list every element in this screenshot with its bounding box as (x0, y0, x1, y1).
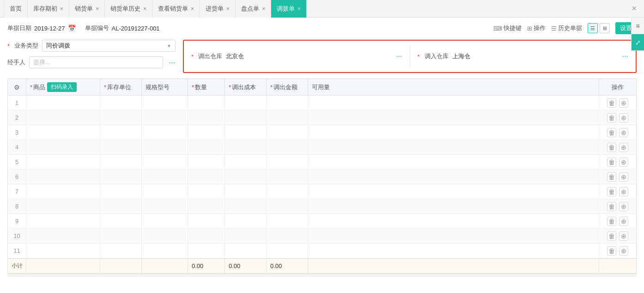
td-qty[interactable] (188, 184, 225, 199)
delete-row-icon[interactable]: 🗑 (607, 172, 616, 182)
copy-row-icon[interactable]: ⊕ (619, 143, 628, 152)
td-product[interactable] (26, 125, 100, 140)
operations-link[interactable]: ⊞ 操作 (527, 24, 546, 32)
td-unit[interactable] (100, 155, 142, 169)
tab-home[interactable]: 首页 (4, 0, 28, 18)
td-cost[interactable] (225, 244, 267, 258)
handler-input[interactable]: 选择... (29, 56, 163, 68)
tab-inventory-init[interactable]: 库存期初 × (28, 0, 69, 18)
td-amount[interactable] (267, 110, 308, 125)
copy-row-icon[interactable]: ⊕ (619, 202, 628, 211)
scrollbar-area[interactable] (7, 274, 637, 277)
td-unit[interactable] (100, 125, 142, 140)
td-spec[interactable] (142, 229, 188, 243)
tab-close-view-sales[interactable]: × (191, 6, 194, 12)
td-qty[interactable] (188, 214, 225, 228)
td-qty[interactable] (188, 170, 225, 184)
td-product[interactable] (26, 96, 100, 110)
td-qty[interactable] (188, 140, 225, 154)
td-spec[interactable] (142, 155, 188, 169)
copy-row-icon[interactable]: ⊕ (619, 128, 628, 137)
td-product[interactable] (26, 184, 100, 199)
delete-row-icon[interactable]: 🗑 (607, 217, 616, 226)
copy-row-icon[interactable]: ⊕ (619, 98, 628, 108)
td-qty[interactable] (188, 229, 225, 243)
transfer-out-more-icon[interactable]: ··· (396, 52, 402, 61)
delete-row-icon[interactable]: 🗑 (607, 113, 616, 122)
td-amount[interactable] (267, 96, 308, 110)
business-type-input[interactable]: 同价调拨 ▼ (42, 40, 176, 52)
tab-close-inventory-init[interactable]: × (60, 6, 63, 12)
tab-purchase-order[interactable]: 进货单 × (200, 0, 236, 18)
tab-inventory-count[interactable]: 盘点单 × (236, 0, 271, 18)
td-amount[interactable] (267, 140, 308, 154)
td-cost[interactable] (225, 170, 267, 184)
td-product[interactable] (26, 140, 100, 154)
td-amount[interactable] (267, 125, 308, 140)
td-unit[interactable] (100, 170, 142, 184)
copy-row-icon[interactable]: ⊕ (619, 172, 628, 182)
td-qty[interactable] (188, 110, 225, 125)
td-cost[interactable] (225, 229, 267, 243)
td-product[interactable] (26, 229, 100, 243)
tab-close-purchase-order[interactable]: × (226, 6, 230, 12)
transfer-in-more-icon[interactable]: ··· (622, 52, 628, 61)
window-close-button[interactable]: × (628, 4, 640, 13)
td-cost[interactable] (225, 125, 267, 140)
copy-row-icon[interactable]: ⊕ (619, 187, 628, 196)
td-cost[interactable] (225, 110, 267, 125)
delete-row-icon[interactable]: 🗑 (607, 187, 616, 196)
td-unit[interactable] (100, 184, 142, 199)
table-settings-icon[interactable]: ⚙ (8, 79, 26, 95)
tab-view-sales[interactable]: 查看销货单 × (152, 0, 200, 18)
td-product[interactable] (26, 155, 100, 169)
calendar-icon[interactable]: 📅 (68, 24, 76, 32)
scan-entry-button[interactable]: 扫码录入 (47, 82, 77, 92)
tab-sales-order[interactable]: 销货单 × (69, 0, 105, 18)
td-qty[interactable] (188, 155, 225, 169)
td-cost[interactable] (225, 199, 267, 214)
delete-row-icon[interactable]: 🗑 (607, 158, 616, 167)
td-amount[interactable] (267, 155, 308, 169)
copy-row-icon[interactable]: ⊕ (619, 158, 628, 167)
handler-more-icon[interactable]: ··· (169, 58, 176, 67)
td-unit[interactable] (100, 229, 142, 243)
td-qty[interactable] (188, 96, 225, 110)
td-unit[interactable] (100, 214, 142, 228)
td-qty[interactable] (188, 199, 225, 214)
td-amount[interactable] (267, 214, 308, 228)
td-spec[interactable] (142, 140, 188, 154)
td-spec[interactable] (142, 170, 188, 184)
td-cost[interactable] (225, 96, 267, 110)
copy-row-icon[interactable]: ⊕ (619, 232, 628, 241)
delete-row-icon[interactable]: 🗑 (607, 232, 616, 241)
delete-row-icon[interactable]: 🗑 (607, 143, 616, 152)
layout-list-icon[interactable]: ☰ (588, 23, 598, 33)
td-product[interactable] (26, 110, 100, 125)
tab-close-sales-history[interactable]: × (143, 6, 146, 12)
copy-row-icon[interactable]: ⊕ (619, 217, 628, 226)
copy-row-icon[interactable]: ⊕ (619, 113, 628, 122)
layout-grid-icon[interactable]: ⊞ (600, 23, 610, 33)
td-qty[interactable] (188, 125, 225, 140)
td-product[interactable] (26, 244, 100, 258)
sidebar-expand-button[interactable]: ⤢ (632, 34, 644, 51)
td-amount[interactable] (267, 244, 308, 258)
td-amount[interactable] (267, 170, 308, 184)
td-unit[interactable] (100, 110, 142, 125)
td-cost[interactable] (225, 214, 267, 228)
td-cost[interactable] (225, 140, 267, 154)
history-link[interactable]: ☰ 历史单据 (551, 24, 582, 32)
td-spec[interactable] (142, 244, 188, 258)
td-unit[interactable] (100, 140, 142, 154)
tab-transfer-order[interactable]: 调拨单 × (271, 0, 307, 18)
td-qty[interactable] (188, 244, 225, 258)
td-product[interactable] (26, 214, 100, 228)
tab-close-sales-order[interactable]: × (96, 6, 99, 12)
sidebar-doc-button[interactable]: ≡ (632, 18, 644, 34)
shortcut-link[interactable]: ⌨ 快捷键 (493, 24, 522, 32)
td-unit[interactable] (100, 96, 142, 110)
tab-close-inventory-count[interactable]: × (262, 6, 265, 12)
tab-close-transfer-order[interactable]: × (298, 6, 301, 12)
td-cost[interactable] (225, 155, 267, 169)
